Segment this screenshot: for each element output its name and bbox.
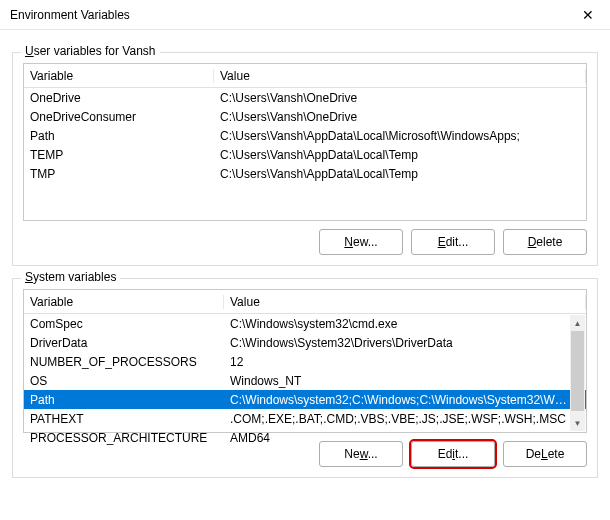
- scroll-thumb[interactable]: [571, 331, 584, 411]
- cell-variable: OneDrive: [24, 91, 214, 105]
- cell-value: AMD64: [224, 431, 586, 445]
- cell-value: C:\Users\Vansh\OneDrive: [214, 110, 586, 124]
- content-area: User variables for Vansh Variable Value …: [0, 30, 610, 488]
- user-edit-button[interactable]: Edit...: [411, 229, 495, 255]
- cell-variable: PROCESSOR_ARCHITECTURE: [24, 431, 224, 445]
- cell-variable: OneDriveConsumer: [24, 110, 214, 124]
- table-row[interactable]: DriverDataC:\Windows\System32\Drivers\Dr…: [24, 333, 586, 352]
- cell-value: C:\Windows\system32;C:\Windows;C:\Window…: [224, 393, 586, 407]
- user-variables-title: User variables for Vansh: [21, 44, 160, 58]
- table-row[interactable]: PathC:\Windows\system32;C:\Windows;C:\Wi…: [24, 390, 586, 409]
- cell-variable: OS: [24, 374, 224, 388]
- cell-variable: DriverData: [24, 336, 224, 350]
- close-button[interactable]: ✕: [565, 0, 610, 30]
- cell-value: C:\Users\Vansh\AppData\Local\Temp: [214, 167, 586, 181]
- table-row[interactable]: ComSpecC:\Windows\system32\cmd.exe: [24, 314, 586, 333]
- system-variables-title: System variables: [21, 270, 120, 284]
- scroll-up-icon[interactable]: ▲: [570, 315, 585, 331]
- user-buttons-row: New... Edit... Delete: [23, 229, 587, 255]
- cell-value: C:\Users\Vansh\AppData\Local\Temp: [214, 148, 586, 162]
- system-table-body: ComSpecC:\Windows\system32\cmd.exeDriver…: [24, 314, 586, 432]
- table-row[interactable]: TEMPC:\Users\Vansh\AppData\Local\Temp: [24, 145, 586, 164]
- window-title: Environment Variables: [10, 8, 130, 22]
- table-row[interactable]: NUMBER_OF_PROCESSORS12: [24, 352, 586, 371]
- cell-value: Windows_NT: [224, 374, 586, 388]
- cell-value: C:\Users\Vansh\AppData\Local\Microsoft\W…: [214, 129, 586, 143]
- cell-variable: TEMP: [24, 148, 214, 162]
- table-row[interactable]: OSWindows_NT: [24, 371, 586, 390]
- user-table-body: OneDriveC:\Users\Vansh\OneDriveOneDriveC…: [24, 88, 586, 220]
- cell-variable: PATHEXT: [24, 412, 224, 426]
- table-row[interactable]: PATHEXT.COM;.EXE;.BAT;.CMD;.VBS;.VBE;.JS…: [24, 409, 586, 428]
- user-variables-table[interactable]: Variable Value OneDriveC:\Users\Vansh\On…: [23, 63, 587, 221]
- cell-value: C:\Windows\system32\cmd.exe: [224, 317, 586, 331]
- system-table-header: Variable Value: [24, 290, 586, 314]
- close-icon: ✕: [582, 7, 594, 23]
- table-row[interactable]: OneDriveC:\Users\Vansh\OneDrive: [24, 88, 586, 107]
- table-row[interactable]: TMPC:\Users\Vansh\AppData\Local\Temp: [24, 164, 586, 183]
- user-header-variable[interactable]: Variable: [24, 69, 214, 83]
- user-table-header: Variable Value: [24, 64, 586, 88]
- cell-variable: ComSpec: [24, 317, 224, 331]
- table-row[interactable]: PathC:\Users\Vansh\AppData\Local\Microso…: [24, 126, 586, 145]
- cell-variable: Path: [24, 129, 214, 143]
- system-variables-group: System variables Variable Value ComSpecC…: [12, 278, 598, 478]
- user-delete-button[interactable]: Delete: [503, 229, 587, 255]
- user-new-button[interactable]: New...: [319, 229, 403, 255]
- cell-value: C:\Users\Vansh\OneDrive: [214, 91, 586, 105]
- user-header-value[interactable]: Value: [214, 69, 586, 83]
- cell-value: C:\Windows\System32\Drivers\DriverData: [224, 336, 586, 350]
- cell-value: 12: [224, 355, 586, 369]
- system-scrollbar[interactable]: ▲ ▼: [570, 315, 585, 431]
- table-row[interactable]: OneDriveConsumerC:\Users\Vansh\OneDrive: [24, 107, 586, 126]
- cell-value: .COM;.EXE;.BAT;.CMD;.VBS;.VBE;.JS;.JSE;.…: [224, 412, 586, 426]
- user-variables-group: User variables for Vansh Variable Value …: [12, 52, 598, 266]
- table-row[interactable]: PROCESSOR_ARCHITECTUREAMD64: [24, 428, 586, 447]
- system-header-variable[interactable]: Variable: [24, 295, 224, 309]
- titlebar: Environment Variables ✕: [0, 0, 610, 30]
- system-header-value[interactable]: Value: [224, 295, 586, 309]
- cell-variable: TMP: [24, 167, 214, 181]
- scroll-down-icon[interactable]: ▼: [570, 415, 585, 431]
- cell-variable: NUMBER_OF_PROCESSORS: [24, 355, 224, 369]
- system-variables-table[interactable]: Variable Value ComSpecC:\Windows\system3…: [23, 289, 587, 433]
- cell-variable: Path: [24, 393, 224, 407]
